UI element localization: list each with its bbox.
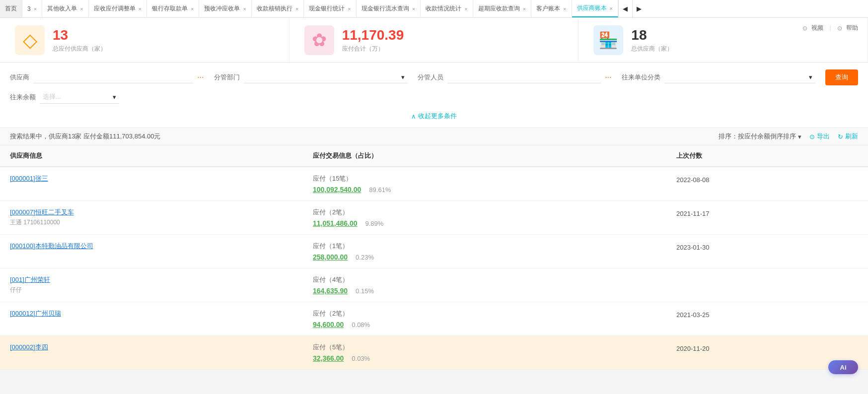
nav-tab-customer-book-label: 客户账本 (536, 4, 560, 13)
supplier-name-link[interactable]: [000007]恒旺二手叉车 (10, 208, 313, 217)
last-pay-cell (676, 275, 858, 277)
transaction-amount-row: 32,366.00 0.03% (313, 352, 676, 362)
transaction-amount-row: 258,000.00 0.23% (313, 251, 676, 261)
dept-select[interactable]: ▾ (244, 71, 408, 83)
nav-tab-overdue[interactable]: 超期应收款查询 × (473, 0, 531, 17)
nav-tab-bank[interactable]: 银行存取款单 × (147, 0, 199, 17)
table-row[interactable]: [000002]李四 应付（5笔） 32,366.00 0.03% 2020-1… (0, 336, 868, 370)
collapse-bar: ∧ 收起更多条件 (10, 109, 858, 121)
supplier-name-link[interactable]: [001]广州荣轩 (10, 275, 313, 284)
nav-tab-pre-receive[interactable]: 预收冲应收单 × (199, 0, 251, 17)
nav-tab-cash-stat-label: 现金银行统计 (309, 4, 345, 13)
nav-tab-other-income-label: 其他收入单 (47, 4, 77, 13)
person-dots-icon[interactable]: ··· (605, 73, 611, 82)
transaction-amount[interactable]: 94,600.00 (313, 321, 344, 328)
transaction-amount-row: 11,051,486.00 9.89% (313, 217, 676, 227)
nav-tab-receive-stat-label: 收款情况统计 (426, 4, 461, 13)
category-chevron-icon: ▾ (809, 73, 812, 81)
category-select[interactable]: ▾ (664, 71, 816, 83)
nav-tab-overdue-close[interactable]: × (523, 6, 526, 12)
transaction-amount[interactable]: 258,000.00 (313, 253, 348, 261)
balance-select[interactable]: 选择... ▾ (40, 90, 119, 104)
supplier-dots-icon[interactable]: ··· (197, 73, 204, 82)
nav-arrow-right[interactable]: ▶ (632, 0, 646, 18)
transaction-amount[interactable]: 32,366.00 (313, 354, 344, 362)
table-body: [000001]张三 应付（15笔） 100,092,540.00 89.61%… (0, 167, 868, 370)
table-row[interactable]: [000100]本特勤油品有限公司 应付（1笔） 258,000.00 0.23… (0, 235, 868, 268)
nav-tab-flow-query[interactable]: 现金银行流水查询 × (357, 0, 421, 17)
nav-tab-supplier-book-close[interactable]: × (610, 5, 613, 11)
stat-label-3: 总供应商（家） (631, 45, 673, 53)
nav-tab-home-label: 首页 (5, 4, 17, 13)
supplier-sub-info: 仔仔 (10, 286, 313, 294)
nav-tab-other-income-close[interactable]: × (80, 6, 83, 12)
collapse-button[interactable]: ∧ 收起更多条件 (411, 112, 457, 121)
collapse-label: 收起更多条件 (418, 112, 457, 121)
nav-arrow-left[interactable]: ◀ (618, 0, 632, 18)
search-button[interactable]: 查询 (825, 69, 858, 85)
transaction-amount[interactable]: 100,092,540.00 (313, 186, 361, 194)
sort-button[interactable]: 排序：按应付余额倒序排序 ▾ (719, 132, 801, 141)
nav-tab-cash-stat-close[interactable]: × (348, 6, 351, 12)
nav-tab-other-income[interactable]: 其他收入单 × (42, 0, 88, 17)
transaction-percent: 0.15% (356, 287, 374, 295)
ai-button[interactable]: Ai (828, 360, 858, 370)
filter-bar: 供应商 ··· 分管部门 ▾ 分管人员 ··· 往来单位分类 ▾ 查询 往来 (0, 63, 868, 128)
table-row[interactable]: [000012]广州贝瑞 应付（2笔） 94,600.00 0.08% 2021… (0, 302, 868, 336)
stat-number-3: 18 (631, 27, 673, 44)
nav-tab-pre-receive-close[interactable]: × (243, 6, 246, 12)
category-filter-label: 往来单位分类 (622, 73, 660, 82)
video-link[interactable]: 视频 (811, 24, 823, 32)
nav-tab-verify[interactable]: 收款核销执行 × (252, 0, 304, 17)
table-row[interactable]: [001]广州荣轩 仔仔 应付（4笔） 164,635.90 0.15% (0, 268, 868, 302)
refresh-label: 刷新 (845, 132, 858, 141)
nav-tab-home[interactable]: 首页 (0, 0, 22, 17)
export-button[interactable]: ⊙ 导出 (809, 132, 830, 141)
transaction-amount[interactable]: 11,051,486.00 (313, 219, 358, 227)
refresh-icon: ↻ (838, 133, 843, 140)
stat-suppliers-payable: ◇ 13 总应付供应商（家） (0, 18, 289, 62)
balance-placeholder: 选择... (43, 92, 61, 101)
nav-tab-supplier-book[interactable]: 供应商账本 × (572, 0, 618, 17)
supplier-name-link[interactable]: [000002]李四 (10, 343, 313, 352)
nav-tab-customer-book[interactable]: 客户账本 × (531, 0, 572, 17)
supplier-input[interactable] (33, 71, 193, 83)
person-input[interactable] (447, 71, 601, 83)
nav-tab-bank-close[interactable]: × (191, 6, 194, 12)
supplier-name-link[interactable]: [000001]张三 (10, 174, 313, 183)
transaction-label: 应付（15笔） (313, 174, 676, 183)
nav-tab-adjust-close[interactable]: × (139, 6, 142, 12)
table-row[interactable]: [000001]张三 应付（15笔） 100,092,540.00 89.61%… (0, 167, 868, 201)
col-header-transaction: 应付交易信息（占比） (313, 151, 676, 160)
supplier-name-link[interactable]: [000012]广州贝瑞 (10, 309, 313, 318)
transaction-percent: 0.23% (356, 254, 374, 261)
nav-tab-adjust[interactable]: 应收应付调整单 × (89, 0, 147, 17)
nav-tab-3-close[interactable]: × (34, 6, 37, 12)
sort-chevron-icon: ▾ (798, 133, 801, 140)
help-link[interactable]: 帮助 (846, 24, 858, 32)
stats-bar: ◇ 13 总应付供应商（家） ✿ 11,170.39 应付合计（万） 🏪 18 … (0, 18, 868, 63)
refresh-button[interactable]: ↻ 刷新 (838, 132, 858, 141)
filter-balance: 往来余额 选择... ▾ (10, 90, 119, 104)
nav-tab-receive-stat-close[interactable]: × (464, 6, 467, 12)
nav-tab-flow-query-close[interactable]: × (412, 6, 415, 12)
supplier-name-link[interactable]: [000100]本特勤油品有限公司 (10, 242, 313, 251)
transaction-label: 应付（1笔） (313, 242, 676, 251)
nav-tab-verify-close[interactable]: × (295, 6, 298, 12)
header-actions: ⊙ 视频 ｜ ⊙ 帮助 (802, 24, 858, 32)
last-pay-date: 2023-01-30 (676, 242, 858, 251)
supplier-info-cell: [000012]广州贝瑞 (10, 309, 313, 318)
transaction-percent: 9.89% (365, 220, 384, 227)
data-table: 供应商信息 应付交易信息（占比） 上次付数 [000001]张三 应付（15笔）… (0, 145, 868, 370)
supplier-info-cell: [000002]李四 (10, 343, 313, 352)
nav-tab-verify-label: 收款核销执行 (257, 4, 292, 13)
stat-label-2: 应付合计（万） (342, 45, 404, 53)
transaction-amount[interactable]: 164,635.90 (313, 287, 348, 295)
table-row[interactable]: [000007]恒旺二手叉车 王通 17106110000 应付（2笔） 11,… (0, 201, 868, 235)
nav-tab-3[interactable]: 3 × (22, 0, 42, 17)
last-pay-cell: 2021-11-17 (676, 208, 858, 217)
nav-tab-cash-stat[interactable]: 现金银行统计 × (304, 0, 356, 17)
nav-tab-customer-book-close[interactable]: × (563, 6, 566, 12)
nav-tab-overdue-label: 超期应收款查询 (478, 4, 520, 13)
nav-tab-receive-stat[interactable]: 收款情况统计 × (421, 0, 473, 17)
